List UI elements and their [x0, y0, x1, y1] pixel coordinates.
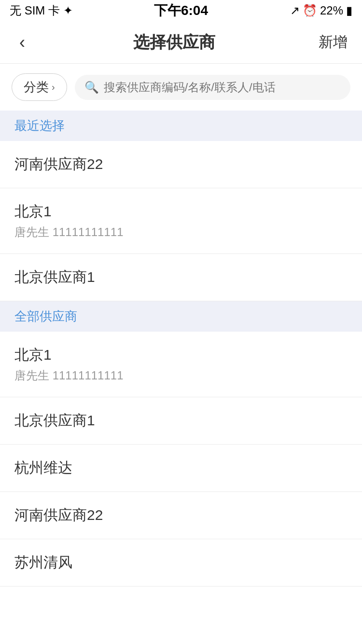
list-item[interactable]: 河南供应商22 — [0, 141, 362, 188]
list-item[interactable]: 北京1唐先生 11111111111 — [0, 332, 362, 397]
status-left: 无 SIM 卡 ✦ — [10, 3, 73, 18]
item-name: 北京供应商1 — [14, 267, 348, 287]
item-name: 北京供应商1 — [14, 411, 348, 431]
status-time: 下午6:04 — [154, 1, 208, 20]
location-icon: ↗ — [290, 4, 300, 17]
list-item[interactable]: 北京1唐先生 11111111111 — [0, 188, 362, 254]
search-icon: 🔍 — [84, 81, 99, 94]
nav-bar: ‹ 选择供应商 新增 — [0, 21, 362, 64]
item-name: 北京1 — [14, 202, 348, 222]
category-label: 分类 — [24, 79, 49, 96]
back-button[interactable]: ‹ — [14, 28, 30, 57]
status-bar: 无 SIM 卡 ✦ 下午6:04 ↗ ⏰ 22% ▮ — [0, 0, 362, 21]
all-list: 北京1唐先生 11111111111北京供应商1杭州维达河南供应商22苏州清风 — [0, 332, 362, 587]
recent-list: 河南供应商22北京1唐先生 11111111111北京供应商1 — [0, 141, 362, 301]
category-button[interactable]: 分类 › — [12, 73, 67, 101]
item-name: 河南供应商22 — [14, 505, 348, 525]
alarm-icon: ⏰ — [303, 4, 317, 17]
status-right: ↗ ⏰ 22% ▮ — [290, 4, 352, 17]
add-button[interactable]: 新增 — [319, 32, 348, 52]
search-box: 🔍 — [75, 75, 350, 100]
recent-section-header: 最近选择 — [0, 111, 362, 141]
list-item[interactable]: 杭州维达 — [0, 445, 362, 492]
battery-label: 22% — [320, 4, 343, 17]
filter-bar: 分类 › 🔍 — [0, 64, 362, 111]
no-sim-label: 无 SIM 卡 ✦ — [10, 3, 73, 18]
item-name: 河南供应商22 — [14, 154, 348, 174]
all-section-header: 全部供应商 — [0, 301, 362, 332]
list-item[interactable]: 北京供应商1 — [0, 397, 362, 445]
search-input[interactable] — [104, 81, 341, 94]
item-name: 北京1 — [14, 345, 348, 365]
page-title: 选择供应商 — [133, 31, 215, 54]
list-item[interactable]: 河南供应商22 — [0, 492, 362, 539]
item-detail: 唐先生 11111111111 — [14, 224, 348, 240]
list-item[interactable]: 北京供应商1 — [0, 254, 362, 301]
battery-icon: ▮ — [346, 4, 352, 17]
item-name: 苏州清风 — [14, 553, 348, 573]
chevron-right-icon: › — [52, 82, 55, 93]
item-detail: 唐先生 11111111111 — [14, 368, 348, 383]
item-name: 杭州维达 — [14, 458, 348, 478]
list-item[interactable]: 苏州清风 — [0, 539, 362, 587]
